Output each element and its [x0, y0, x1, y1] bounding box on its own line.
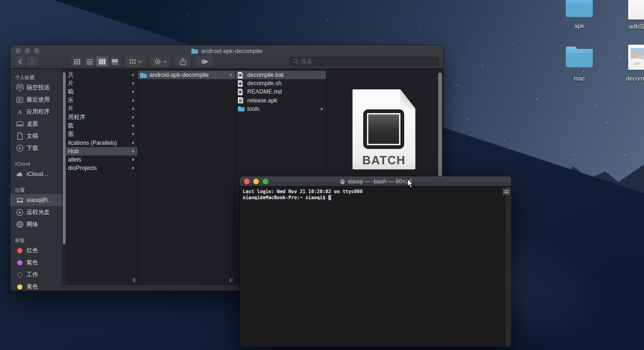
share-icon [180, 58, 186, 65]
terminal-content[interactable]: Last login: Wed Nov 21 10:28:02 on ttys0… [240, 187, 511, 347]
chevron-right-icon [30, 59, 35, 64]
terminal-block-cursor [328, 195, 332, 200]
sidebar-item[interactable]: xiaoqi的... [10, 194, 62, 206]
row-label: Hub [68, 148, 79, 155]
sidebar-tag-item[interactable]: 紫色 [10, 256, 62, 269]
back-button[interactable] [15, 56, 26, 67]
file-name: decompile.bat [247, 72, 284, 78]
column-row[interactable]: allels [66, 155, 137, 164]
column-row[interactable]: 片 [66, 105, 137, 113]
sidebar-item-label: 隔空投送 [27, 84, 50, 92]
sidebar-item-label: 工作 [27, 271, 38, 279]
sidebar-item-icon: A [15, 108, 24, 116]
sidebar-item-icon [15, 132, 24, 140]
terminal-titlebar[interactable]: xiaoqi — -bash — 80×24 [240, 176, 511, 187]
gear-icon [154, 58, 161, 65]
tag-color-dot [17, 272, 22, 277]
sidebar-item[interactable]: A 应用程序 [10, 106, 62, 118]
column-parents: 共 片 稿 乐 [66, 69, 137, 284]
file-icon [237, 106, 245, 112]
column-row[interactable]: 乐 [66, 96, 137, 105]
file-row[interactable]: tools [236, 105, 326, 113]
tag-button[interactable] [196, 56, 214, 67]
search-input[interactable] [301, 58, 436, 65]
batch-type-label: BATCH [353, 154, 415, 167]
share-button[interactable] [175, 56, 191, 67]
view-as-list-button[interactable] [83, 56, 96, 67]
terminal-scrollbar[interactable] [506, 187, 511, 347]
column-row[interactable]: 载 [66, 121, 137, 130]
window-title-text: android-apk-decompile [201, 47, 262, 54]
chevron-down-icon [163, 61, 167, 63]
sidebar-item[interactable]: iCloud... [10, 168, 62, 180]
file-row[interactable]: README.md [236, 88, 326, 96]
column-row[interactable]: 用程序 [66, 113, 137, 121]
column-current: android-apk-decompile [138, 69, 235, 284]
group-by-button[interactable] [125, 56, 145, 67]
sidebar-section-locations: 位置 [10, 186, 62, 194]
scrollbar-thumb[interactable] [63, 72, 66, 244]
view-as-columns-button[interactable] [96, 56, 108, 67]
gallery-view-icon [111, 59, 118, 65]
row-label: allels [68, 156, 81, 163]
disclosure-chevron-icon [132, 82, 135, 85]
tag-color-dot [17, 260, 22, 265]
file-row[interactable]: decompile.bat [236, 71, 326, 79]
sidebar-item[interactable]: 隔空投送 [10, 81, 62, 94]
sidebar-item[interactable]: 桌面 [10, 118, 62, 130]
column-row[interactable]: 片 [66, 79, 137, 88]
terminal-line: Last login: Wed Nov 21 10:28:02 on ttys0… [243, 188, 511, 195]
sidebar-item-icon [15, 208, 24, 216]
sidebar-item[interactable]: 文稿 [10, 130, 62, 142]
desktop-icon-label: adb指令 [622, 22, 644, 31]
sidebar-item[interactable]: 最近使用 [10, 94, 62, 106]
view-as-gallery-button[interactable] [108, 56, 121, 67]
row-label: 载 [68, 122, 74, 130]
row-label: 乐 [68, 96, 74, 104]
desktop: apk adb指令 mac GIF decompile android-ap [0, 0, 644, 350]
desktop-icon-adb[interactable]: adb指令 [622, 0, 644, 31]
gif-file-icon: GIF [628, 45, 644, 70]
forward-button[interactable] [27, 56, 38, 67]
desktop-icon-decompile[interactable]: GIF decompile [622, 45, 644, 82]
desktop-icon-apk[interactable]: apk [562, 0, 597, 29]
chevron-down-icon [138, 61, 142, 63]
column-row[interactable]: lications (Parallels) [66, 139, 137, 147]
action-menu-button[interactable] [150, 56, 170, 67]
view-as-icons-button[interactable] [71, 56, 83, 67]
row-label: dioProjects [68, 165, 97, 171]
sidebar-scrollbar[interactable] [62, 69, 66, 291]
disclosure-chevron-icon [132, 90, 135, 93]
disclosure-chevron-icon [230, 74, 232, 76]
sidebar-tag-item[interactable]: 工作 [10, 269, 62, 281]
sidebar-item[interactable]: 下载 [10, 142, 62, 154]
column-row[interactable]: Hub [66, 147, 137, 155]
sidebar-item[interactable]: 网络 [10, 218, 62, 230]
desktop-icon-label: mac [562, 75, 597, 82]
sidebar-tag-item[interactable]: 红色 [10, 244, 62, 256]
finder-titlebar[interactable]: android-apk-decompile [10, 45, 443, 69]
disclosure-chevron-icon [132, 133, 135, 135]
file-icon [237, 80, 245, 87]
file-row[interactable]: release.apk [236, 96, 326, 105]
column-row[interactable]: dioProjects [66, 164, 137, 172]
gif-badge: GIF [628, 61, 644, 66]
sidebar-item-icon [15, 120, 24, 128]
sidebar-section-icloud: iCloud [10, 160, 62, 168]
sidebar-item-label: 桌面 [27, 120, 38, 128]
column-row[interactable]: 共 [66, 71, 137, 79]
file-row[interactable]: decompile.sh [236, 79, 326, 88]
sidebar-tag-item[interactable]: 黄色 [10, 281, 62, 291]
column-row[interactable]: android-apk-decompile [138, 71, 235, 79]
column-resize-handle[interactable] [230, 278, 234, 282]
desktop-icon-mac[interactable]: mac [562, 45, 597, 82]
column-row[interactable]: 面 [66, 130, 137, 138]
split-pane-button[interactable] [503, 188, 510, 195]
row-label: 共 [68, 71, 74, 79]
disclosure-chevron-icon [132, 99, 135, 102]
sidebar-item[interactable]: 远程光盘 [10, 206, 62, 218]
column-resize-handle[interactable] [133, 278, 137, 282]
column-row[interactable]: 稿 [66, 88, 137, 96]
sidebar-item-label: 远程光盘 [27, 209, 50, 216]
file-icon [237, 97, 245, 104]
